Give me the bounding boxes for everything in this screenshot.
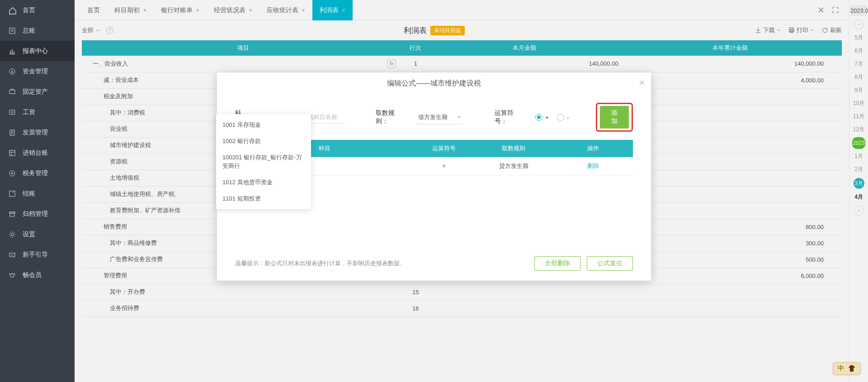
th-rule: 取数规则 bbox=[474, 140, 553, 157]
cell-op: + bbox=[414, 157, 474, 175]
dropdown-item[interactable]: 1002 银行存款 bbox=[216, 133, 311, 149]
cell-rule: 贷方发生额 bbox=[474, 157, 553, 175]
modal-close-button[interactable]: × bbox=[639, 77, 645, 89]
dropdown-item[interactable]: 1101 短期投资 bbox=[216, 191, 311, 207]
modal-backdrop: 编辑公式——城市维护建设税 × 科目： 取数规则： 借方发生额 运算符号： bbox=[0, 0, 868, 382]
add-button-highlight: 添加 bbox=[596, 103, 633, 132]
radio-off-icon bbox=[557, 114, 564, 121]
operator-plus-radio[interactable]: + bbox=[535, 114, 549, 121]
chevron-down-icon bbox=[457, 115, 462, 119]
delete-link[interactable]: 删除 bbox=[587, 162, 599, 169]
reset-formula-button[interactable]: 公式复位 bbox=[587, 256, 633, 271]
dropdown-item[interactable]: 1012 其他货币资金 bbox=[216, 174, 311, 191]
operator-label: 运算符号： bbox=[495, 109, 522, 125]
th-op: 运算符号 bbox=[414, 140, 474, 157]
subject-dropdown: 1001 库存现金1002 银行存款100201 银行存款_银行存款-万安商行1… bbox=[216, 114, 311, 209]
operator-minus-radio[interactable]: - bbox=[557, 114, 569, 121]
modal-title: 编辑公式——城市维护建设税 bbox=[387, 79, 481, 87]
modal-tip: 温馨提示：新公式只对未出报表进行计算，不影响历史报表数据。 bbox=[235, 259, 406, 267]
delete-all-button[interactable]: 全部删除 bbox=[534, 256, 580, 271]
dropdown-item[interactable]: 100201 银行存款_银行存款-万安商行 bbox=[216, 149, 311, 174]
th-action: 操作 bbox=[553, 140, 633, 157]
rule-select[interactable]: 借方发生额 bbox=[416, 110, 463, 124]
dropdown-item[interactable]: 1001 库存现金 bbox=[216, 117, 311, 133]
rule-label: 取数规则： bbox=[376, 109, 403, 125]
radio-on-icon bbox=[535, 114, 542, 121]
add-button[interactable]: 添加 bbox=[600, 106, 629, 129]
operator-radio-group: + - bbox=[535, 114, 569, 121]
